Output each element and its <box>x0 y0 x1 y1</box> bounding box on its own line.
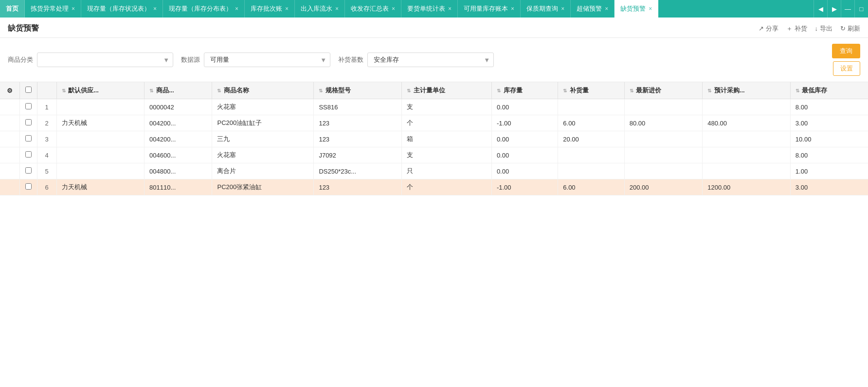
tab-inventory-dist[interactable]: 现存量（库存分布表） × <box>163 0 245 18</box>
tab-available-ledger[interactable]: 可用量库存账本 × <box>458 0 521 18</box>
setting-button[interactable]: 设置 <box>833 61 860 76</box>
tab-home-label: 首页 <box>6 4 18 13</box>
col-unit-header[interactable]: ⇅ 主计量单位 <box>402 82 492 99</box>
row-product-code-4: 004800... <box>145 163 212 179</box>
datasource-filter-group: 数据源 可用量 ▼ <box>181 53 330 67</box>
tab-collection[interactable]: 收发存汇总表 × <box>345 0 401 18</box>
tab-inout-flow[interactable]: 出入库流水 × <box>295 0 345 18</box>
col-supplier-header[interactable]: ⇅ 默认供应... <box>56 82 145 99</box>
tab-inout-flow-label: 出入库流水 <box>301 4 332 13</box>
tab-inventory-status-close[interactable]: × <box>153 5 157 12</box>
row-latest-price-1: 80.00 <box>624 115 703 131</box>
refresh-label: 刷新 <box>848 24 860 33</box>
tab-inventory-dist-close[interactable]: × <box>235 5 238 12</box>
row-checkbox-cell[interactable] <box>19 115 37 131</box>
replenish-button[interactable]: ＋ 补货 <box>786 24 807 33</box>
col-product-code-header[interactable]: ⇅ 商品... <box>145 82 212 99</box>
row-replenish-2: 20.00 <box>558 131 624 147</box>
row-number-5: 6 <box>37 179 56 195</box>
col-spec-header[interactable]: ⇅ 规格型号 <box>314 82 402 99</box>
row-checkbox-5[interactable] <box>25 183 32 190</box>
export-icon: ↓ <box>815 25 818 32</box>
tab-abnormal-close[interactable]: × <box>72 5 75 12</box>
replenish-label: 补货 <box>795 24 807 33</box>
tab-shortage[interactable]: 缺货预警 × <box>615 0 658 18</box>
row-number-4: 5 <box>37 163 56 179</box>
row-unit-3: 支 <box>402 147 492 163</box>
query-button[interactable]: 查询 <box>832 44 860 58</box>
col-replenish-header[interactable]: ⇅ 补货量 <box>558 82 624 99</box>
col-settings[interactable]: ⚙ <box>0 82 19 99</box>
datasource-select[interactable]: 可用量 <box>204 53 330 67</box>
refresh-button[interactable]: ↻ 刷新 <box>840 24 860 33</box>
row-supplier-3 <box>56 147 145 163</box>
select-all-checkbox[interactable] <box>25 87 32 93</box>
col-row-num-header <box>37 82 56 99</box>
row-checkbox-3[interactable] <box>25 151 32 158</box>
row-replenish-1: 6.00 <box>558 115 624 131</box>
tab-batch-account[interactable]: 库存批次账 × <box>245 0 295 18</box>
category-select[interactable] <box>37 53 173 67</box>
row-checkbox-0[interactable] <box>25 103 32 109</box>
export-button[interactable]: ↓ 导出 <box>815 24 833 33</box>
tab-overstock-label: 超储预警 <box>577 4 602 13</box>
est-purchase-sort-icon: ⇅ <box>707 88 711 93</box>
tab-order-stat-close[interactable]: × <box>448 5 452 12</box>
col-latest-price-header[interactable]: ⇅ 最新进价 <box>624 82 703 99</box>
col-product-name-header[interactable]: ⇅ 商品名称 <box>212 82 314 99</box>
table-row: 1 0000042 火花塞 SS816 支 0.00 8.00 <box>0 99 868 115</box>
tab-inout-flow-close[interactable]: × <box>335 5 339 12</box>
tab-collection-close[interactable]: × <box>392 5 395 12</box>
tab-shortage-close[interactable]: × <box>649 5 652 12</box>
row-checkbox-2[interactable] <box>25 135 32 141</box>
stock-sort-icon: ⇅ <box>497 88 501 93</box>
row-latest-price-2 <box>624 131 703 147</box>
tab-maximize-button[interactable]: □ <box>854 0 868 18</box>
tab-inventory-dist-label: 现存量（库存分布表） <box>169 4 232 13</box>
row-checkbox-cell[interactable] <box>19 147 37 163</box>
row-checkbox-cell[interactable] <box>19 163 37 179</box>
row-spec-1: 123 <box>314 115 402 131</box>
export-label: 导出 <box>820 24 832 33</box>
col-est-purchase-header[interactable]: ⇅ 预计采购... <box>703 82 791 99</box>
tab-inventory-status[interactable]: 现存量（库存状况表） × <box>81 0 163 18</box>
tab-available-ledger-label: 可用量库存账本 <box>464 4 508 13</box>
row-number-1: 2 <box>37 115 56 131</box>
row-settings-cell <box>0 163 19 179</box>
row-checkbox-cell[interactable] <box>19 131 37 147</box>
row-min-stock-1: 3.00 <box>790 115 868 131</box>
unit-header-label: 主计量单位 <box>414 87 445 94</box>
tab-next-button[interactable]: ▶ <box>827 0 841 18</box>
replenish-base-select[interactable]: 安全库存 <box>367 53 494 67</box>
row-spec-5: 123 <box>314 179 402 195</box>
row-product-code-1: 004200... <box>145 115 212 131</box>
tab-expiry-query-close[interactable]: × <box>561 5 564 12</box>
tab-home[interactable]: 首页 <box>0 0 25 18</box>
replenish-base-label: 补货基数 <box>338 55 363 64</box>
row-replenish-3 <box>558 147 624 163</box>
row-product-name-0: 火花塞 <box>212 99 314 115</box>
unit-sort-icon: ⇅ <box>407 88 411 93</box>
row-unit-1: 个 <box>402 115 492 131</box>
row-checkbox-cell[interactable] <box>19 179 37 195</box>
row-settings-cell <box>0 147 19 163</box>
tab-available-ledger-close[interactable]: × <box>511 5 514 12</box>
tab-prev-button[interactable]: ◀ <box>814 0 827 18</box>
row-min-stock-3: 8.00 <box>790 147 868 163</box>
row-product-name-3: 火花塞 <box>212 147 314 163</box>
row-checkbox-1[interactable] <box>25 119 32 125</box>
tab-expiry-query[interactable]: 保质期查询 × <box>521 0 571 18</box>
tab-overstock[interactable]: 超储预警 × <box>571 0 615 18</box>
tab-nav-buttons: ◀ ▶ — □ <box>814 0 868 18</box>
row-checkbox-cell[interactable] <box>19 99 37 115</box>
share-button[interactable]: ↗ 分享 <box>759 24 778 33</box>
tab-order-stat[interactable]: 要货单统计表 × <box>401 0 458 18</box>
tab-minimize-button[interactable]: — <box>841 0 854 18</box>
tab-batch-account-close[interactable]: × <box>285 5 289 12</box>
tab-abnormal[interactable]: 拣货异常处理 × <box>25 0 81 18</box>
col-checkbox-header[interactable] <box>19 82 37 99</box>
col-min-stock-header[interactable]: ⇅ 最低库存 <box>790 82 868 99</box>
tab-overstock-close[interactable]: × <box>605 5 608 12</box>
col-stock-header[interactable]: ⇅ 库存量 <box>491 82 558 99</box>
row-checkbox-4[interactable] <box>25 167 32 174</box>
